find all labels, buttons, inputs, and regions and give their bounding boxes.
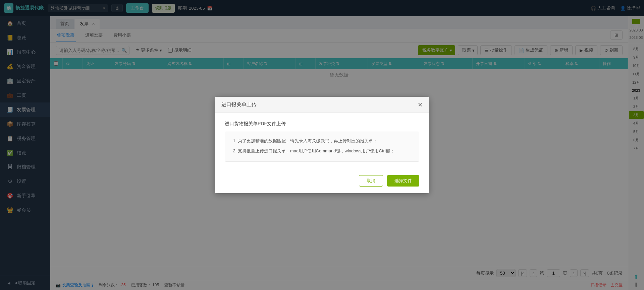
modal-title: 进口报关单上传: [221, 101, 257, 108]
modal-footer: 取消 选择文件: [215, 170, 429, 193]
modal-body: 进口货物报关单PDF文件上传 为了更加精准的数据匹配，请先录入海关缴款书，再上传…: [215, 113, 429, 170]
modal-section-title: 进口货物报关单PDF文件上传: [225, 121, 419, 127]
modal-close-btn[interactable]: ✕: [418, 102, 423, 108]
modal-info-item-2: 支持批量上传进口报关单，mac用户使用Command键，windows用户使用C…: [238, 147, 413, 155]
modal-overlay: 进口报关单上传 ✕ 进口货物报关单PDF文件上传 为了更加精准的数据匹配，请先录…: [0, 0, 644, 290]
modal-select-file-btn[interactable]: 选择文件: [387, 175, 419, 187]
import-customs-modal: 进口报关单上传 ✕ 进口货物报关单PDF文件上传 为了更加精准的数据匹配，请先录…: [215, 97, 429, 193]
modal-header: 进口报关单上传 ✕: [215, 97, 429, 113]
modal-info-item-1: 为了更加精准的数据匹配，请先录入海关缴款书，再上传对应的报关单；: [238, 137, 413, 145]
modal-cancel-btn[interactable]: 取消: [359, 175, 383, 187]
modal-info-box: 为了更加精准的数据匹配，请先录入海关缴款书，再上传对应的报关单； 支持批量上传进…: [225, 132, 419, 162]
